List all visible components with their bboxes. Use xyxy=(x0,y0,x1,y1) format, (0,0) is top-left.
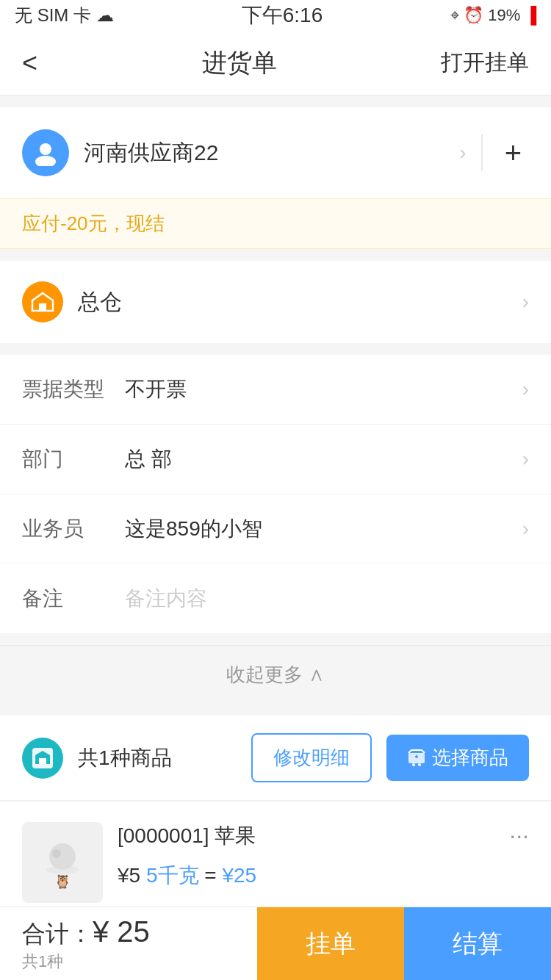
total-sub: 共1种 xyxy=(22,951,235,973)
svg-point-10 xyxy=(52,849,61,858)
total-label: 合计： xyxy=(22,920,93,947)
invoice-label: 票据类型 xyxy=(22,375,110,403)
department-row[interactable]: 部门 总 部 › xyxy=(0,424,551,494)
remark-row[interactable]: 备注 备注内容 xyxy=(0,563,551,633)
nav-bar: < 进货单 打开挂单 xyxy=(0,31,551,96)
salesman-value: 这是859的小智 xyxy=(110,515,522,543)
invoice-chevron-icon: › xyxy=(522,378,529,401)
svg-rect-3 xyxy=(39,303,46,311)
add-supplier-button[interactable]: + xyxy=(497,137,529,170)
supplier-avatar xyxy=(22,129,69,176)
hang-button[interactable]: 挂单 xyxy=(257,907,404,981)
status-bar: 无 SIM 卡 ☁ 下午6:16 ⌖ ⏰ 19% ▐ xyxy=(0,0,551,31)
salesman-row[interactable]: 业务员 这是859的小智 › xyxy=(0,494,551,563)
supplier-row[interactable]: 河南供应商22 › + xyxy=(0,107,551,198)
total-info: 合计：¥ 25 共1种 xyxy=(0,915,257,973)
salesman-label: 业务员 xyxy=(22,515,110,543)
price-value: ¥5 xyxy=(118,864,140,887)
invoice-value: 不开票 xyxy=(110,375,522,403)
signal-text: 无 SIM 卡 ☁ xyxy=(15,4,114,27)
battery-text: 19% xyxy=(488,6,520,25)
cart-icon xyxy=(407,749,426,768)
product-name: [0000001] 苹果 xyxy=(118,822,494,850)
warehouse-name: 总仓 xyxy=(78,287,522,317)
department-label: 部门 xyxy=(22,445,110,473)
notice-banner: 应付-20元，现结 xyxy=(0,198,551,249)
select-product-label: 选择商品 xyxy=(432,745,508,771)
collapse-bar[interactable]: 收起更多 ∧ xyxy=(0,645,551,704)
products-header: 共1种商品 修改明细 选择商品 xyxy=(0,716,551,801)
warehouse-row[interactable]: 总仓 › xyxy=(0,261,551,343)
svg-point-11 xyxy=(46,865,79,874)
products-icon xyxy=(22,738,63,779)
svg-point-7 xyxy=(412,763,415,766)
salesman-chevron-icon: › xyxy=(522,517,529,541)
bottom-bar: 合计：¥ 25 共1种 挂单 结算 xyxy=(0,907,551,980)
total-value: ¥25 xyxy=(222,864,256,887)
back-button[interactable]: < xyxy=(22,48,37,79)
product-item: 🦉 [0000001] 苹果 ¥5 5千克 = ¥25 ··· xyxy=(0,801,551,923)
warehouse-icon xyxy=(22,281,63,323)
total-value: ¥ 25 xyxy=(93,915,150,948)
remark-label: 备注 xyxy=(22,585,110,613)
svg-point-1 xyxy=(35,156,56,166)
form-section: 票据类型 不开票 › 部门 总 部 › 业务员 这是859的小智 › 备注 备注… xyxy=(0,355,551,633)
invoice-row[interactable]: 票据类型 不开票 › xyxy=(0,355,551,424)
product-more-button[interactable]: ··· xyxy=(509,822,529,849)
edit-detail-button[interactable]: 修改明细 xyxy=(251,733,372,782)
products-count: 共1种商品 xyxy=(78,744,237,772)
svg-rect-5 xyxy=(39,758,46,764)
warehouse-section: 总仓 › xyxy=(0,261,551,343)
supplier-section: 河南供应商22 › + 应付-20元，现结 xyxy=(0,107,551,249)
status-left: 无 SIM 卡 ☁ xyxy=(15,4,114,27)
location-icon: ⌖ xyxy=(450,6,459,25)
product-price: ¥5 5千克 = ¥25 xyxy=(118,862,494,890)
department-chevron-icon: › xyxy=(522,447,529,471)
product-info: [0000001] 苹果 ¥5 5千克 = ¥25 xyxy=(118,822,494,890)
alarm-icon: ⏰ xyxy=(464,6,483,25)
quantity-value: 5千克 xyxy=(146,864,199,887)
supplier-chevron-icon: › xyxy=(459,141,466,165)
battery-icon: ▐ xyxy=(525,6,536,25)
warehouse-chevron-icon: › xyxy=(522,290,529,314)
svg-point-8 xyxy=(418,763,421,766)
svg-text:🦉: 🦉 xyxy=(54,873,71,890)
total-amount: 合计：¥ 25 xyxy=(22,915,235,951)
page-title: 进货单 xyxy=(202,46,277,80)
checkout-button[interactable]: 结算 xyxy=(404,907,551,981)
remark-input[interactable]: 备注内容 xyxy=(110,585,529,613)
equals-sign: = xyxy=(204,864,222,887)
svg-point-0 xyxy=(40,143,51,155)
supplier-name: 河南供应商22 xyxy=(84,138,459,168)
department-value: 总 部 xyxy=(110,445,522,473)
status-time: 下午6:16 xyxy=(242,1,323,29)
open-hang-button[interactable]: 打开挂单 xyxy=(441,48,529,78)
product-thumbnail: 🦉 xyxy=(22,822,103,903)
status-right: ⌖ ⏰ 19% ▐ xyxy=(450,6,536,25)
select-product-button[interactable]: 选择商品 xyxy=(386,735,529,781)
supplier-divider xyxy=(481,134,483,171)
